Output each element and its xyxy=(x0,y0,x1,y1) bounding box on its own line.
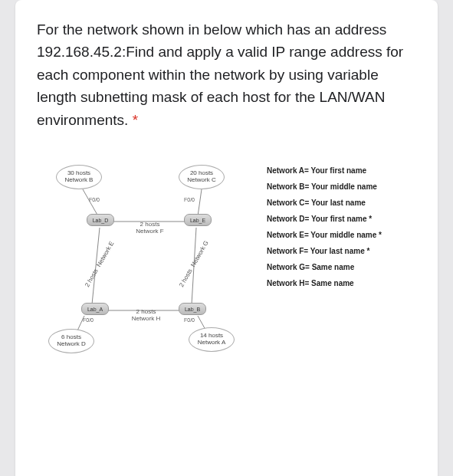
network-c-bubble: 20 hosts Network C xyxy=(179,165,225,189)
port-label-2: F0/0 xyxy=(184,197,195,202)
router-lab-d: Lab_D xyxy=(87,214,114,226)
legend-e: Network E= Your middle name * xyxy=(267,231,382,239)
legend-d: Network D= Your first name * xyxy=(267,215,382,223)
port-label-3: F0/0 xyxy=(83,317,94,323)
legend-a: Network A= Your first name xyxy=(267,166,382,175)
legend-f: Network F= Your last name * xyxy=(267,247,382,255)
question-body: For the network shown in below which has… xyxy=(37,21,403,128)
port-label-1: F0/0 xyxy=(89,197,100,202)
router-lab-a: Lab_A xyxy=(81,303,109,315)
network-f-label: 2 hosts Network F xyxy=(129,222,171,235)
network-b-bubble: 30 hosts Network B xyxy=(56,165,102,189)
router-lab-e: Lab_E xyxy=(184,214,212,226)
legend-c: Network C= Your last name xyxy=(267,199,382,207)
network-diagram: 30 hosts Network B 20 hosts Network C F0… xyxy=(37,159,416,373)
network-a-name: Network A xyxy=(198,340,225,346)
required-asterisk: * xyxy=(133,112,138,128)
network-a-bubble: 14 hosts Network A xyxy=(189,327,235,352)
network-b-name: Network B xyxy=(65,177,94,184)
network-h-label: 2 hosts Network H xyxy=(125,309,167,323)
question-card: For the network shown in below which has… xyxy=(15,0,438,476)
legend-b: Network B= Your middle name xyxy=(267,182,382,191)
network-d-name: Network D xyxy=(57,341,85,348)
router-lab-b: Lab_B xyxy=(179,303,206,315)
svg-line-1 xyxy=(198,189,202,216)
legend: Network A= Your first name Network B= Yo… xyxy=(267,166,382,295)
legend-g: Network G= Same name xyxy=(267,263,382,271)
network-d-bubble: 6 hosts Network D xyxy=(48,329,94,353)
legend-h: Network H= Same name xyxy=(267,279,382,287)
question-text: For the network shown in below which has… xyxy=(37,18,416,131)
port-label-4: F0/0 xyxy=(184,317,195,323)
network-c-name: Network C xyxy=(187,177,215,184)
svg-line-0 xyxy=(83,189,98,216)
